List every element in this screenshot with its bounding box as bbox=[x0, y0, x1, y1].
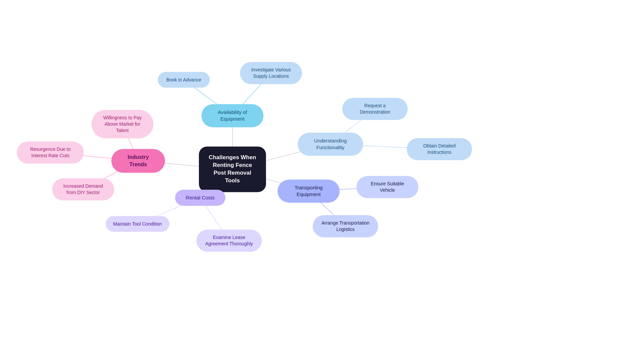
obtain-instructions-node: Obtain Detailed Instructions bbox=[407, 138, 472, 160]
rental-costs-node: Rental Costs bbox=[175, 190, 225, 206]
investigate-node: Investigate Various Supply Locations bbox=[240, 62, 302, 84]
willingness-node: Willingness to Pay Above Market for Tale… bbox=[92, 110, 154, 138]
maintain-tool-node: Maintain Tool Condition bbox=[106, 216, 169, 232]
book-advance-node: Book in Advance bbox=[158, 72, 210, 88]
availability-node: Availability of Equipment bbox=[202, 104, 264, 127]
industry-trends-node: Industry Trends bbox=[111, 149, 165, 173]
understanding-node: Understanding Functionality bbox=[298, 133, 363, 156]
examine-lease-node: Examine Lease Agreement Thoroughly bbox=[197, 230, 262, 252]
arrange-transport-node: Arrange Transportation Logistics bbox=[313, 215, 378, 237]
center-node: Challenges When Renting Fence Post Remov… bbox=[199, 146, 266, 192]
resurgence-node: Resurgence Due to Interest Rate Cuts bbox=[17, 141, 84, 164]
request-demo-node: Request a Demonstration bbox=[342, 98, 408, 120]
increased-demand-node: Increased Demand from DIY Sector bbox=[52, 178, 114, 200]
ensure-vehicle-node: Ensure Suitable Vehicle bbox=[357, 176, 419, 198]
transporting-node: Transporting Equipment bbox=[278, 180, 340, 203]
